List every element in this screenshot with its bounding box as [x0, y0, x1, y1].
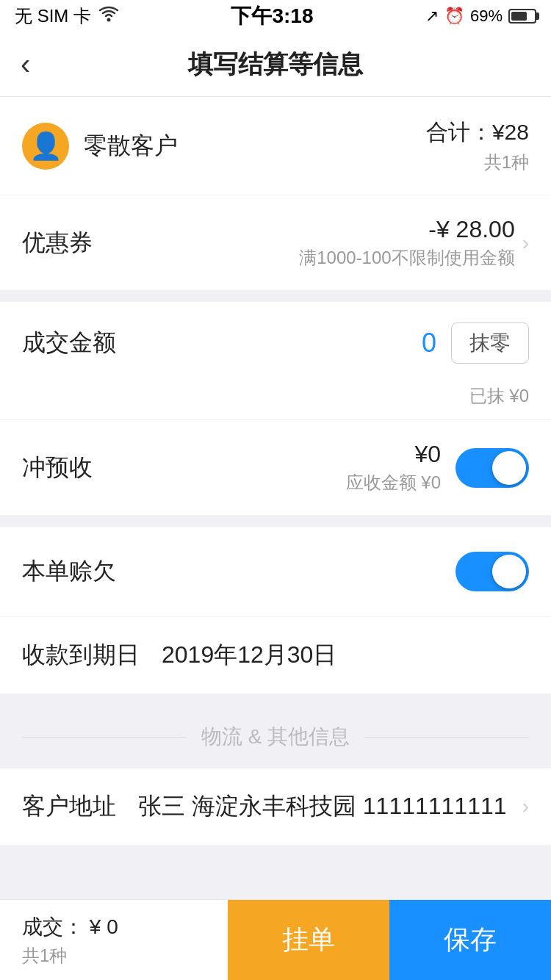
transaction-row: 成交金额 0 抹零: [0, 302, 551, 384]
prepayment-right: ¥0 应收金额 ¥0: [346, 441, 529, 494]
customer-row: 👤 零散客户 合计：¥28 共1种: [0, 97, 551, 195]
debt-toggle-knob: [492, 555, 526, 588]
chevron-right-icon: ›: [522, 231, 529, 255]
due-date-row: 收款到期日 2019年12月30日: [0, 616, 551, 693]
content-area: 👤 零散客户 合计：¥28 共1种 优惠券 -¥ 28.00 满1000-100…: [0, 97, 551, 980]
transaction-amount: 0: [422, 328, 436, 359]
logistics-header: 物流 & 其他信息: [0, 705, 551, 768]
carrier-text: 无 SIM 卡: [15, 4, 91, 28]
prepayment-info: ¥0 应收金额 ¥0: [346, 441, 441, 494]
avatar-icon: 👤: [29, 131, 62, 162]
deal-amount: ¥ 0: [90, 915, 118, 938]
coupon-right: -¥ 28.00 满1000-100不限制使用金额 ›: [299, 216, 529, 270]
bottom-bar: 成交： ¥ 0 共1种 挂单 保存: [0, 899, 551, 980]
customer-right: 合计：¥28 共1种: [426, 118, 529, 174]
customer-count: 共1种: [426, 151, 529, 174]
toggle-knob: [492, 451, 526, 485]
prepayment-sub: 应收金额 ¥0: [346, 471, 441, 494]
customer-left: 👤 零散客户: [22, 123, 178, 170]
customer-name: 零散客户: [84, 130, 178, 162]
address-section: 客户地址 张三 海淀永丰科技园 11111111111 ›: [0, 768, 551, 845]
time-display: 下午3:18: [231, 2, 313, 30]
transaction-right: 0 抹零: [422, 323, 529, 364]
battery-icon: [508, 9, 536, 24]
bottom-info: 成交： ¥ 0 共1种: [0, 913, 228, 968]
address-label: 客户地址: [22, 790, 116, 823]
bottom-deal-row: 成交： ¥ 0: [22, 913, 206, 941]
status-left: 无 SIM 卡: [15, 4, 119, 28]
debt-label: 本单赊欠: [22, 555, 116, 588]
customer-total: 合计：¥28: [426, 118, 529, 148]
address-row[interactable]: 客户地址 张三 海淀永丰科技园 11111111111 ›: [0, 768, 551, 845]
svg-point-0: [107, 18, 111, 22]
coupon-row[interactable]: 优惠券 -¥ 28.00 满1000-100不限制使用金额 ›: [0, 195, 551, 290]
back-button[interactable]: ‹: [21, 48, 30, 81]
nav-bar: ‹ 填写结算等信息: [0, 32, 551, 97]
round-zero-button[interactable]: 抹零: [451, 323, 529, 364]
due-date-value: 2019年12月30日: [162, 639, 336, 671]
nav-title: 填写结算等信息: [188, 48, 363, 82]
hang-button[interactable]: 挂单: [228, 900, 389, 981]
debt-section: 本单赊欠 收款到期日 2019年12月30日: [0, 527, 551, 693]
coupon-desc: 满1000-100不限制使用金额: [299, 246, 514, 270]
alarm-icon: ⏰: [444, 7, 464, 26]
transaction-section: 成交金额 0 抹零 已抹 ¥0 冲预收 ¥0 应收金额 ¥0: [0, 302, 551, 515]
status-bar: 无 SIM 卡 下午3:18 ↗ ⏰ 69%: [0, 0, 551, 32]
bottom-count: 共1种: [22, 944, 206, 968]
logistics-line-left: [22, 737, 187, 738]
logistics-text: 物流 & 其他信息: [201, 723, 350, 751]
address-chevron-icon: ›: [522, 795, 529, 818]
logistics-line-right: [364, 737, 529, 738]
avatar: 👤: [22, 123, 69, 170]
debt-toggle[interactable]: [455, 552, 529, 591]
logistics-section: 物流 & 其他信息: [0, 705, 551, 768]
prepayment-toggle[interactable]: [455, 448, 529, 488]
save-button[interactable]: 保存: [389, 900, 551, 981]
prepayment-amount: ¥0: [346, 441, 441, 468]
location-icon: ↗: [425, 7, 439, 26]
battery-percent: 69%: [470, 7, 503, 26]
coupon-label: 优惠券: [22, 227, 93, 259]
coupon-info: -¥ 28.00 满1000-100不限制使用金额: [299, 216, 514, 270]
deal-label: 成交：: [22, 915, 84, 938]
coupon-discount: -¥ 28.00: [299, 216, 514, 243]
transaction-sub: 已抹 ¥0: [469, 386, 529, 406]
prepayment-label: 冲预收: [22, 452, 93, 484]
wifi-icon: [98, 6, 119, 26]
transaction-label: 成交金额: [22, 327, 116, 359]
due-date-label: 收款到期日: [22, 639, 140, 671]
status-right: ↗ ⏰ 69%: [425, 7, 536, 26]
debt-row: 本单赊欠: [0, 527, 551, 616]
address-value: 张三 海淀永丰科技园 11111111111: [138, 790, 522, 823]
customer-section: 👤 零散客户 合计：¥28 共1种 优惠券 -¥ 28.00 满1000-100…: [0, 97, 551, 290]
prepayment-row: 冲预收 ¥0 应收金额 ¥0: [0, 419, 551, 515]
battery-fill: [511, 12, 527, 21]
